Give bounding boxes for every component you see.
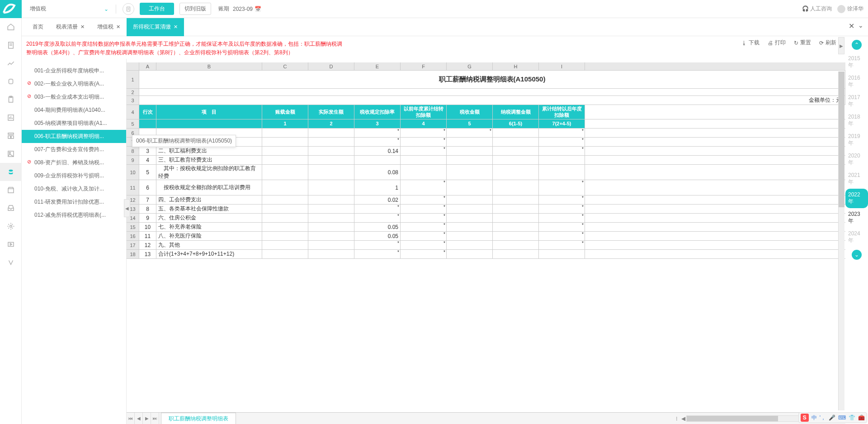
tree-item[interactable]: 012-减免所得税优惠明细表(... [22,209,126,222]
line-number[interactable]: 3 [139,147,156,155]
nav-archive-icon[interactable] [0,181,22,199]
year-item[interactable]: 2019年 [845,130,868,150]
data-cell[interactable] [308,214,354,222]
data-cell[interactable] [447,241,493,249]
data-cell[interactable]: 0.14 [354,147,401,155]
data-cell[interactable] [262,129,308,137]
cell[interactable]: 账载金额 [262,105,308,119]
data-cell[interactable]: * [539,180,585,195]
cell[interactable] [156,119,262,128]
row-header[interactable]: 17 [127,241,139,249]
data-cell[interactable] [493,241,539,249]
line-number[interactable]: 12 [139,241,156,249]
switch-old-button[interactable]: 切到旧版 [179,3,211,15]
ime-toolbar[interactable]: S 中 '， 🎤 ⌨ 👕 🧰 [798,412,867,423]
close-icon[interactable]: ✕ [80,24,85,30]
cell[interactable]: 5 [447,119,493,128]
year-item[interactable]: 2016年 [845,72,868,91]
year-item[interactable]: 2021年 [845,169,868,189]
col-header[interactable]: F [401,62,447,70]
data-cell[interactable]: * [401,205,447,213]
data-cell[interactable]: 0.02 [354,195,401,204]
row-header[interactable]: 3 [127,96,139,105]
cell[interactable]: 2 [308,119,354,128]
data-cell[interactable]: * [354,138,401,146]
row-header[interactable]: 2 [127,89,139,95]
item-name[interactable]: 二、职工福利费支出 [156,147,262,155]
tab-tax-list[interactable]: 税表清册✕ [50,18,91,36]
col-header[interactable]: D [308,62,354,70]
row-header[interactable]: 4 [127,105,139,119]
cell[interactable]: 4 [401,119,447,128]
collapse-tree-handle[interactable]: ◀ [124,199,130,217]
item-name[interactable]: 其中：按税收规定比例扣除的职工教育经费 [156,165,262,180]
data-cell[interactable] [493,180,539,195]
col-header[interactable]: A [139,62,156,70]
expand-right-handle[interactable]: ▶ [838,37,844,54]
reset-button[interactable]: ↻ 重置 [794,39,811,47]
ime-punct-icon[interactable]: '， [820,414,826,422]
line-number[interactable]: 4 [139,156,156,164]
nav-inbox-icon[interactable] [0,199,22,217]
col-header[interactable]: E [354,62,401,70]
refresh-button[interactable]: ⟳ 刷新 [819,39,836,47]
download-button[interactable]: ⭳ 下载 [741,39,760,47]
data-cell[interactable] [493,165,539,180]
item-name[interactable]: 七、补充养老保险 [156,223,262,231]
data-cell[interactable]: * [354,241,401,249]
data-cell[interactable] [401,165,447,180]
item-name[interactable]: 九、其他 [156,241,262,249]
data-cell[interactable] [308,241,354,249]
nav-doc-icon[interactable] [0,36,22,54]
nav-template-icon[interactable] [0,127,22,145]
data-cell[interactable] [493,223,539,231]
data-cell[interactable] [262,195,308,204]
year-item[interactable]: 2017年 [845,91,868,111]
line-number[interactable]: 9 [139,214,156,222]
data-cell[interactable] [308,195,354,204]
year-item[interactable]: 2018年 [845,111,868,130]
data-cell[interactable] [493,205,539,213]
data-cell[interactable]: * [401,129,447,137]
nav-image-icon[interactable] [0,145,22,163]
data-cell[interactable]: 0.05 [354,223,401,231]
data-cell[interactable] [308,180,354,195]
tree-item[interactable]: 007-广告费和业务宣传费跨... [22,143,126,156]
data-cell[interactable] [493,195,539,204]
nav-money-icon[interactable] [0,72,22,91]
line-number[interactable]: 8 [139,205,156,213]
sheet-nav-prev[interactable]: ◀ [135,413,143,424]
line-number[interactable]: 13 [139,250,156,258]
data-cell[interactable]: * [401,195,447,204]
data-cell[interactable] [308,250,354,258]
ime-keyboard-icon[interactable]: ⌨ [838,414,846,421]
nav-settings-icon[interactable] [0,217,22,235]
data-cell[interactable] [308,232,354,240]
header-line[interactable]: 行次 [139,105,156,119]
cell[interactable]: 3 [354,119,401,128]
data-cell[interactable] [447,147,493,155]
data-cell[interactable] [308,205,354,213]
data-cell[interactable] [262,156,308,164]
data-cell[interactable]: 1 [354,180,401,195]
nav-video-icon[interactable] [0,235,22,253]
col-header[interactable]: G [447,62,493,70]
data-cell[interactable] [447,250,493,258]
data-cell[interactable] [262,232,308,240]
data-cell[interactable]: * [539,205,585,213]
item-name[interactable]: 四、工会经费支出 [156,195,262,204]
line-number[interactable]: 11 [139,232,156,240]
data-cell[interactable]: * [539,195,585,204]
nav-report-icon[interactable] [0,109,22,127]
data-cell[interactable] [493,129,539,137]
cell[interactable]: 7(2+4-5) [539,119,585,128]
data-cell[interactable] [447,205,493,213]
item-name[interactable]: 按税收规定全额扣除的职工培训费用 [156,180,262,195]
user-menu[interactable]: 徐泽华 [837,5,863,13]
year-up-button[interactable]: ⌃ [852,40,862,50]
select-all-corner[interactable] [127,62,139,70]
nav-tax-icon[interactable] [0,163,22,181]
row-header[interactable]: 10 [127,165,139,180]
close-icon[interactable]: ✕ [116,24,120,30]
data-cell[interactable]: * [354,250,401,258]
